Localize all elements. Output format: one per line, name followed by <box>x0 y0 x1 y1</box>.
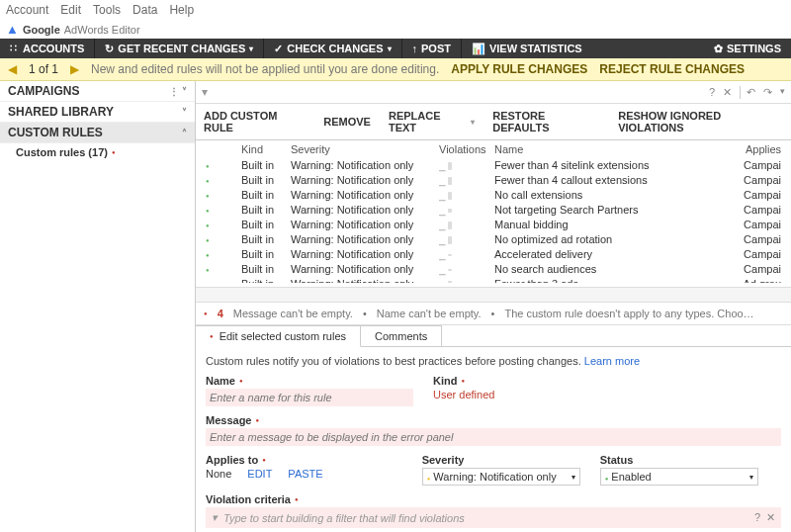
prev-change-icon[interactable]: ◀ <box>8 62 17 76</box>
help-icon[interactable]: ? <box>754 511 760 524</box>
minimize-icon: ⎯ <box>439 204 446 217</box>
more-icon: ⋮ <box>169 86 179 97</box>
actionbar: ADD CUSTOM RULE REMOVE REPLACE TEXT▾ RES… <box>196 104 791 140</box>
menu-account[interactable]: Account <box>6 3 48 17</box>
applies-to-label: Applies to● <box>206 454 323 466</box>
undo-icon[interactable]: ↶ <box>740 86 755 99</box>
severity-select[interactable]: ● Warning: Notification only▾ <box>422 468 580 486</box>
stats-icon: 📊 <box>472 43 485 55</box>
accounts-button[interactable]: ∷ACCOUNTS <box>0 39 94 58</box>
next-change-icon[interactable]: ▶ <box>70 62 79 76</box>
settings-button[interactable]: ✿SETTINGS <box>704 39 791 58</box>
menu-help[interactable]: Help <box>169 3 194 17</box>
status-dot-icon: ● <box>427 476 431 482</box>
upload-icon: ↑ <box>412 43 418 54</box>
status-dot-icon: ● <box>206 163 212 169</box>
applies-to-value: None <box>206 468 231 480</box>
menu-tools[interactable]: Tools <box>93 3 121 17</box>
close-icon[interactable]: ✕ <box>723 86 732 99</box>
table-row[interactable]: ● Built in Warning: Notification only ⎯ … <box>196 188 791 203</box>
minimize-icon: ⎯ <box>439 159 446 172</box>
apply-rule-changes-button[interactable]: APPLY RULE CHANGES <box>451 62 587 76</box>
table-row[interactable]: ● Built in Warning: Notification only ⎯ … <box>196 173 791 188</box>
status-dot-icon: ● <box>206 193 212 199</box>
status-label: Status <box>600 454 758 466</box>
error-dot-icon: ● <box>112 149 116 155</box>
menu-data[interactable]: Data <box>132 3 157 17</box>
col-severity[interactable]: Severity <box>287 143 435 155</box>
table-row[interactable]: ● Built in Warning: Notification only ⎯ … <box>196 218 791 232</box>
help-icon[interactable]: ? <box>709 86 715 99</box>
col-kind[interactable]: Kind <box>237 143 287 155</box>
filter-input[interactable] <box>214 86 703 98</box>
detail-panel: Custom rules notify you of violations to… <box>196 347 791 532</box>
reshow-ignored-button[interactable]: RESHOW IGNORED VIOLATIONS <box>618 110 783 133</box>
tab-edit[interactable]: ●Edit selected custom rules <box>196 325 361 347</box>
menubar[interactable]: Account Edit Tools Data Help <box>0 0 791 20</box>
chevron-down-icon: ▾ <box>471 118 475 127</box>
status-dot-icon: ● <box>605 476 609 482</box>
table-row[interactable]: ● Built in Warning: Notification only ⎯ … <box>196 232 791 247</box>
view-statistics-button[interactable]: 📊VIEW STATISTICS <box>462 39 592 58</box>
sidebar-item-campaigns[interactable]: CAMPAIGNS⋮ ˅ <box>0 81 195 102</box>
chevron-down-icon[interactable]: ▾ <box>780 86 785 99</box>
titlebar: ▲ Google AdWords Editor <box>0 20 791 39</box>
minimize-icon: ⎯ <box>439 189 446 202</box>
error-dot-icon: ● <box>262 457 266 463</box>
table-row[interactable]: ● Built in Warning: Notification only ⎯ … <box>196 277 791 283</box>
table-row[interactable]: ● Built in Warning: Notification only ⎯ … <box>196 247 791 262</box>
table-row[interactable]: ● Built in Warning: Notification only ⎯ … <box>196 262 791 277</box>
status-dot-icon: ● <box>206 252 212 258</box>
tab-comments[interactable]: Comments <box>361 325 442 346</box>
changes-bar: ◀ 1 of 1 ▶ New and edited rules will not… <box>0 58 791 81</box>
sidebar-sub-custom-rules[interactable]: Custom rules (17)● <box>0 143 195 161</box>
name-field[interactable] <box>206 389 413 406</box>
applies-paste-link[interactable]: PASTE <box>288 468 322 480</box>
horizontal-scrollbar[interactable] <box>196 287 791 303</box>
kind-value: User defined <box>433 389 494 400</box>
detail-tabs: ●Edit selected custom rules Comments <box>196 325 791 347</box>
table-row[interactable]: ● Built in Warning: Notification only ⎯ … <box>196 158 791 173</box>
remove-button[interactable]: REMOVE <box>323 110 371 133</box>
filter-icon: ▾ <box>212 511 218 524</box>
close-icon[interactable]: ✕ <box>766 511 775 524</box>
add-custom-rule-button[interactable]: ADD CUSTOM RULE <box>204 110 306 133</box>
status-dot-icon: ● <box>206 222 212 228</box>
applies-edit-link[interactable]: EDIT <box>247 468 272 480</box>
restore-defaults-button[interactable]: RESTORE DEFAULTS <box>492 110 600 133</box>
minimize-icon: ⎯ <box>439 233 446 246</box>
gear-icon: ✿ <box>714 43 723 55</box>
changes-nav: 1 of 1 <box>29 62 58 76</box>
check-icon: ✓ <box>274 43 283 55</box>
severity-label: Severity <box>422 454 580 466</box>
refresh-icon: ↻ <box>105 43 114 55</box>
status-dot-icon: ● <box>206 282 212 283</box>
learn-more-link[interactable]: Learn more <box>584 355 640 367</box>
notice: Custom rules notify you of violations to… <box>206 355 781 367</box>
menu-edit[interactable]: Edit <box>60 3 81 17</box>
error-dot-icon: ● <box>461 378 465 384</box>
reject-rule-changes-button[interactable]: REJECT RULE CHANGES <box>599 62 745 76</box>
post-button[interactable]: ↑POST <box>402 39 461 58</box>
sidebar-item-shared-library[interactable]: SHARED LIBRARY˅ <box>0 102 195 123</box>
error-dot-icon: ● <box>239 378 243 384</box>
replace-text-button[interactable]: REPLACE TEXT▾ <box>389 110 475 133</box>
error-dot-icon: ● <box>204 310 208 316</box>
filterbar: ▾ ? ✕ ↶ ↷ ▾ <box>196 81 791 104</box>
get-recent-changes-button[interactable]: ↻GET RECENT CHANGES▾ <box>95 39 263 58</box>
check-changes-button[interactable]: ✓CHECK CHANGES▾ <box>264 39 400 58</box>
status-dot-icon: ● <box>206 267 212 273</box>
message-field[interactable] <box>206 428 781 446</box>
status-dot-icon: ● <box>206 178 212 184</box>
chevron-down-icon: ▾ <box>388 44 392 53</box>
col-violations[interactable]: Violations <box>435 143 486 155</box>
sidebar-item-custom-rules[interactable]: CUSTOM RULES˄ <box>0 123 195 143</box>
grid-header: Kind Severity Violations Name Applies <box>196 140 791 158</box>
violation-criteria-field[interactable]: ▾ Type to start building a filter that w… <box>206 507 781 528</box>
table-row[interactable]: ● Built in Warning: Notification only ⎯ … <box>196 203 791 218</box>
col-name[interactable]: Name <box>486 143 736 155</box>
filter-icon[interactable]: ▾ <box>202 85 208 99</box>
redo-icon[interactable]: ↷ <box>763 86 772 99</box>
status-select[interactable]: ● Enabled▾ <box>600 468 758 486</box>
col-applies[interactable]: Applies <box>736 143 785 155</box>
